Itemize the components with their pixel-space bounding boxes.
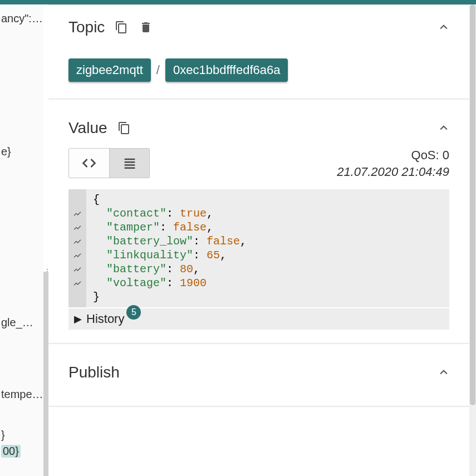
value-meta: QoS: 0 21.07.2020 21:04:49	[337, 148, 449, 179]
tree-fragment[interactable]: tempe…	[0, 387, 43, 402]
topic-panel: Topic zigbee2mqtt / 0xec1bbdfffedf6a6a	[48, 5, 469, 99]
detail-pane: Topic zigbee2mqtt / 0xec1bbdfffedf6a6a V…	[48, 4, 469, 476]
formatted-view-button[interactable]	[109, 149, 149, 178]
copy-icon[interactable]	[117, 121, 131, 135]
topic-chip-separator: /	[156, 63, 160, 77]
topic-tree-sidebar[interactable]: ancy":… e} gle_… tempe… } 00}	[0, 4, 43, 476]
copy-icon[interactable]	[115, 21, 128, 34]
value-title: Value	[68, 119, 107, 137]
tree-fragment[interactable]: ancy":…	[0, 11, 43, 26]
topic-title: Topic	[68, 18, 105, 36]
value-panel-header: Value	[48, 106, 469, 143]
scrollbar-thumb[interactable]	[470, 4, 475, 405]
qos-label: QoS: 0	[337, 148, 449, 163]
history-count-badge: 5	[126, 305, 141, 320]
tree-fragment[interactable]: gle_…	[0, 315, 43, 330]
code-gutter	[68, 189, 86, 307]
value-view-toggle	[68, 148, 150, 178]
timestamp: 21.07.2020 21:04:49	[337, 165, 449, 179]
topic-chip[interactable]: zigbee2mqtt	[68, 58, 151, 82]
app-topbar	[0, 0, 476, 4]
value-panel: Value QoS: 0	[48, 106, 469, 343]
scrollbar-vertical[interactable]	[469, 4, 476, 476]
history-label: History	[86, 312, 124, 326]
chevron-up-icon[interactable]	[438, 367, 449, 378]
chevron-up-icon[interactable]	[438, 22, 449, 33]
payload-code-block: { "contact": true, "tamper": false, "bat…	[68, 189, 449, 307]
publish-panel: Publish	[48, 350, 469, 406]
topic-breadcrumb: zigbee2mqtt / 0xec1bbdfffedf6a6a	[48, 42, 469, 99]
tree-fragment[interactable]: }	[0, 428, 43, 443]
triangle-right-icon: ▶	[74, 313, 82, 325]
topic-panel-header: Topic	[48, 5, 469, 42]
payload-json[interactable]: { "contact": true, "tamper": false, "bat…	[86, 189, 449, 307]
tree-fragment[interactable]: e}	[0, 144, 43, 159]
pane-splitter[interactable]: ⋮	[43, 4, 48, 476]
chevron-up-icon[interactable]	[438, 122, 449, 134]
topic-chip[interactable]: 0xec1bbdfffedf6a6a	[165, 58, 288, 82]
publish-title: Publish	[68, 364, 120, 381]
history-toggle[interactable]: ▶ History 5	[68, 308, 449, 330]
delete-icon[interactable]	[139, 21, 153, 34]
tree-fragment[interactable]: 00}	[0, 444, 43, 459]
raw-view-button[interactable]	[69, 149, 109, 178]
publish-panel-header: Publish	[48, 350, 469, 395]
